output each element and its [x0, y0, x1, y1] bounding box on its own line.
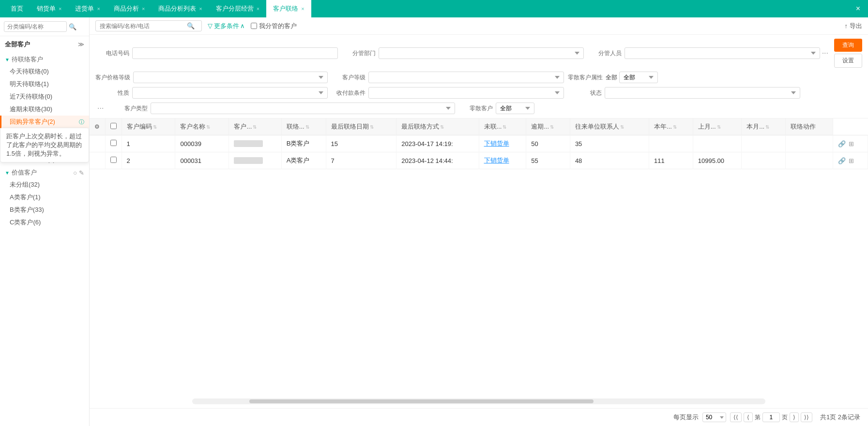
- my-customers-check[interactable]: [251, 23, 257, 29]
- window-close-button[interactable]: ×: [852, 4, 864, 13]
- pagination-bar: 每页显示 50 20 100 ⟨⟨ ⟨ 第 页 ⟩ ⟩⟩ 共1页 2条记录: [90, 408, 868, 426]
- value-group-refresh-icon[interactable]: ○: [73, 169, 77, 176]
- filter-search-icon[interactable]: 🔍: [187, 22, 195, 29]
- sort-icon-name[interactable]: ⇅: [206, 124, 210, 130]
- info-icon-repurchase[interactable]: ⓘ: [79, 118, 84, 126]
- branch-dept-label: 分管部门: [342, 49, 376, 58]
- price-level-select[interactable]: [133, 72, 328, 83]
- sort-icon-code[interactable]: ⇅: [153, 124, 157, 130]
- nav-customer-tier[interactable]: 客户分层经营 ×: [209, 0, 266, 17]
- sidebar-item-tomorrow-contact[interactable]: 明天待联络(1): [0, 78, 89, 90]
- sort-icon-last-month[interactable]: ⇅: [717, 124, 721, 130]
- nav-product-analysis-list[interactable]: 商品分析列表 ×: [152, 0, 209, 17]
- nav-customer-tier-close[interactable]: ×: [257, 6, 259, 12]
- nav-product-analysis[interactable]: 商品分析 ×: [107, 0, 152, 17]
- sidebar-item-repurchase-abnormal[interactable]: 回购异常客户(2) ⓘ: [0, 116, 89, 128]
- filter-search-input[interactable]: [100, 23, 187, 29]
- row2-action-link-icon[interactable]: 🔗: [838, 157, 846, 164]
- nav-product-analysis-close[interactable]: ×: [142, 6, 145, 12]
- query-button[interactable]: 查询: [834, 39, 862, 52]
- customer-type-select[interactable]: [151, 103, 455, 114]
- sidebar-item-ungrouped[interactable]: 未分组(32): [0, 178, 89, 191]
- row2-last-contact-method[interactable]: 下销货单: [479, 152, 526, 169]
- value-group-edit-icon[interactable]: ✎: [79, 169, 84, 176]
- sort-icon-this-year[interactable]: ⇅: [673, 124, 677, 130]
- row1-last-contact-method[interactable]: 下销货单: [479, 135, 526, 152]
- sidebar-search-icon[interactable]: 🔍: [69, 23, 76, 30]
- payment-select[interactable]: [368, 87, 564, 99]
- row1-action-link-icon[interactable]: 🔗: [838, 140, 846, 147]
- col-checkbox[interactable]: [105, 118, 122, 135]
- row2-checkbox[interactable]: [105, 152, 122, 169]
- sidebar-item-today-contact[interactable]: 今天待联络(0): [0, 65, 89, 78]
- sidebar-item-7day-contact[interactable]: 近7天待联络(0): [0, 90, 89, 103]
- sidebar-item-overdue-contact[interactable]: 逾期未联络(30): [0, 103, 89, 116]
- sort-icon-date[interactable]: ⇅: [370, 124, 374, 130]
- nav-product-analysis-list-close[interactable]: ×: [199, 6, 202, 12]
- sort-icon-contact[interactable]: ⇅: [305, 124, 309, 130]
- more-conditions-button[interactable]: ▽ 更多条件 ∧: [208, 22, 245, 30]
- value-group-arrow: ▼: [5, 170, 10, 176]
- sidebar-group-value-customers[interactable]: ▼ 价值客户 ○ ✎: [0, 166, 89, 178]
- nav-purchase-order[interactable]: 进货单 ×: [68, 0, 107, 17]
- arrow-icon: ▼: [5, 57, 10, 62]
- col-contact-count: 联络...⇅: [281, 118, 326, 135]
- row1-checkbox[interactable]: [105, 135, 122, 152]
- branch-person-select[interactable]: [624, 47, 820, 59]
- sort-icon-this-month[interactable]: ⇅: [765, 124, 769, 130]
- customer-level-label: 客户等级: [332, 73, 365, 82]
- col-contact-person: 往来单位联系人⇅: [570, 118, 649, 135]
- sort-icon-overdue[interactable]: ⇅: [550, 124, 554, 130]
- sidebar-item-a-class[interactable]: A类客户(1): [0, 191, 89, 204]
- data-table: ⚙ 客户编码⇅ 客户名称⇅ 客户...⇅ 联络...⇅ 最后联络日期⇅ 最后联络…: [90, 118, 868, 169]
- status-select[interactable]: [605, 87, 800, 99]
- row2-this-month: [786, 152, 833, 169]
- my-customers-checkbox[interactable]: 我分管的客户: [251, 22, 297, 30]
- horizontal-scrollbar[interactable]: [192, 398, 765, 404]
- nav-sales-order-close[interactable]: ×: [59, 6, 61, 12]
- sort-icon-contact-person[interactable]: ⇅: [620, 124, 624, 130]
- extra-filter-dots[interactable]: ···: [95, 104, 106, 113]
- nav-sales-order[interactable]: 销货单 ×: [30, 0, 68, 17]
- page-total-label: 页: [782, 413, 788, 422]
- export-button[interactable]: ↑ 导出: [845, 22, 863, 30]
- retail-attr-select[interactable]: 全部: [619, 72, 658, 83]
- nav-purchase-order-close[interactable]: ×: [97, 6, 100, 12]
- sidebar-collapse-icon[interactable]: ≫: [78, 41, 84, 48]
- per-page-select[interactable]: 50 20 100: [702, 412, 726, 422]
- sidebar-all-customers-header[interactable]: 全部客户 ≫: [0, 36, 89, 53]
- customer-level-select[interactable]: [368, 72, 564, 83]
- phone-input[interactable]: [132, 47, 338, 59]
- select-all-checkbox[interactable]: [110, 123, 117, 129]
- sort-icon-level[interactable]: ⇅: [253, 124, 257, 130]
- sort-icon-uncontacted[interactable]: ⇅: [503, 124, 506, 130]
- sidebar-search-input[interactable]: [4, 21, 67, 32]
- first-page-button[interactable]: ⟨⟨: [730, 412, 742, 422]
- sort-icon-method[interactable]: ⇅: [440, 124, 444, 130]
- nav-customer-contact[interactable]: 客户联络 ×: [266, 0, 311, 17]
- next-page-button[interactable]: ⟩: [790, 412, 799, 422]
- retail-customer-select[interactable]: 全部: [496, 103, 534, 114]
- nav-customer-contact-close[interactable]: ×: [301, 6, 304, 12]
- last-page-button[interactable]: ⟩⟩: [801, 412, 812, 422]
- row2-action-qr-icon[interactable]: ⊞: [849, 157, 854, 164]
- row2-uncontacted: 55: [526, 152, 570, 169]
- page-number-input[interactable]: [762, 412, 780, 422]
- nature-select[interactable]: [132, 87, 328, 99]
- horizontal-scrollbar-thumb[interactable]: [249, 399, 593, 403]
- row1-action-qr-icon[interactable]: ⊞: [849, 140, 854, 147]
- sidebar-item-c-class[interactable]: C类客户(6): [0, 216, 89, 229]
- filter-field-price-level: 客户价格等级: [95, 72, 328, 83]
- row1-contact-person: [649, 135, 693, 152]
- row1-last-month: [742, 135, 786, 152]
- branch-dept-select[interactable]: [379, 47, 584, 59]
- col-settings[interactable]: ⚙: [90, 118, 105, 135]
- row2-overdue: 48: [570, 152, 649, 169]
- branch-person-more-icon[interactable]: ···: [820, 49, 830, 58]
- filter-row-4: ··· 客户类型 零散客户 全部: [95, 103, 862, 114]
- nav-home[interactable]: 首页: [4, 0, 30, 17]
- prev-page-button[interactable]: ⟨: [744, 412, 753, 422]
- sidebar-item-b-class[interactable]: B类客户(33): [0, 204, 89, 216]
- sidebar-group-pending-contact[interactable]: ▼ 待联络客户: [0, 53, 89, 65]
- settings-button[interactable]: 设置: [834, 54, 862, 68]
